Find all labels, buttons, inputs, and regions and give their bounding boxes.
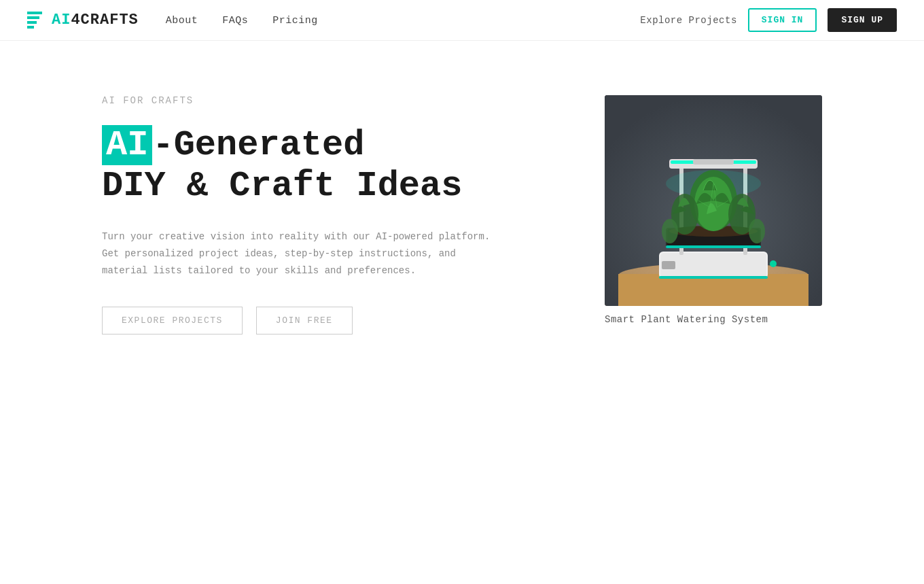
svg-point-22 [662,219,678,243]
join-free-button[interactable]: JOIN FREE [256,307,353,334]
nav-item-pricing: Pricing [272,14,318,27]
sign-up-button[interactable]: SIGN UP [828,8,897,32]
nav-right: Explore Projects SIGN IN SIGN UP [640,8,897,32]
hero-section: AI for CRAFTS AI-Generated DIY & Craft I… [0,41,924,389]
hero-title: AI-Generated DIY & Craft Ideas [102,125,537,207]
svg-point-7 [770,260,777,267]
nav-links: About FAQs Pricing [166,14,318,27]
logo-bars-icon [27,12,42,29]
hero-buttons: EXPLORE PROJECTS JOIN FREE [102,307,537,334]
explore-projects-button[interactable]: EXPLORE PROJECTS [102,307,243,334]
nav-link-pricing[interactable]: Pricing [272,15,318,27]
plant-illustration [605,95,822,306]
project-card: Smart Plant Watering System [605,95,822,325]
hero-right: Smart Plant Watering System [605,95,822,325]
svg-rect-6 [662,261,675,269]
hero-description: Turn your creative vision into reality w… [102,228,496,280]
logo-suffix: CRAFTS [81,12,139,29]
sign-in-button[interactable]: SIGN IN [748,8,817,32]
hero-ai-highlight: AI [102,125,152,165]
hero-subtitle: AI for CRAFTS [102,95,537,106]
logo-text: AI4CRAFTS [52,12,139,29]
logo-number: 4 [71,12,80,29]
nav-left: AI4CRAFTS About FAQs Pricing [27,12,318,29]
project-image [605,95,822,306]
logo-ai: AI [52,12,71,29]
svg-rect-12 [693,159,734,165]
navbar: AI4CRAFTS About FAQs Pricing Explore Pro… [0,0,924,41]
svg-rect-4 [660,253,766,277]
logo-link[interactable]: AI4CRAFTS [27,12,139,29]
hero-left: AI for CRAFTS AI-Generated DIY & Craft I… [102,95,537,334]
nav-item-faqs: FAQs [222,14,248,27]
hero-title-line1: AI-Generated [102,125,364,165]
hero-title-line2: DIY & Craft Ideas [102,166,537,207]
nav-item-about: About [166,14,198,27]
hero-title-rest: -Generated [152,125,364,165]
nav-link-faqs[interactable]: FAQs [222,15,248,27]
svg-rect-16 [666,245,761,248]
project-label: Smart Plant Watering System [605,314,768,325]
svg-point-23 [749,219,765,243]
svg-rect-5 [659,276,768,279]
plant-svg [605,95,822,306]
nav-link-about[interactable]: About [166,15,198,27]
svg-rect-2 [618,274,808,306]
explore-projects-link[interactable]: Explore Projects [640,15,736,26]
